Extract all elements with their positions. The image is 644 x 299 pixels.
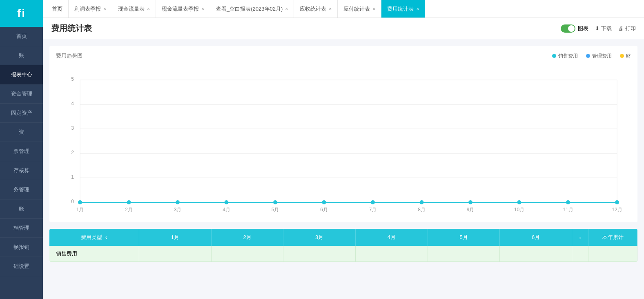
download-icon: ⬇ — [595, 25, 599, 31]
th-m4: 4月 — [356, 229, 428, 246]
svg-text:4: 4 — [71, 101, 74, 106]
sidebar-item-account[interactable]: 账 — [0, 46, 43, 65]
content-area: 费用趋势图 销售费用 管理费用 财 — [43, 39, 644, 299]
sidebar-item-inventory[interactable]: 存核算 — [0, 161, 43, 180]
svg-text:2月: 2月 — [125, 207, 133, 213]
legend-dot-finance — [620, 54, 624, 58]
print-button[interactable]: 🖨 打印 — [618, 25, 636, 32]
chart-toggle[interactable] — [561, 24, 575, 33]
svg-point-19 — [322, 200, 326, 204]
svg-text:4月: 4月 — [223, 207, 230, 213]
download-button[interactable]: ⬇ 下载 — [595, 25, 612, 32]
tab-cashflow[interactable]: 现金流量表 × — [112, 0, 156, 18]
td-m4 — [356, 246, 428, 261]
svg-point-23 — [517, 200, 521, 204]
sidebar-item-fund[interactable]: 资金管理 — [0, 84, 43, 104]
sidebar-item-assets[interactable]: 固定资产 — [0, 104, 43, 123]
tab-close-cashflow-q[interactable]: × — [201, 6, 204, 12]
svg-text:11月: 11月 — [563, 207, 573, 213]
th-m1: 1月 — [139, 229, 212, 246]
tab-close-expense[interactable]: × — [416, 6, 419, 12]
sidebar-item-ledger[interactable]: 账 — [0, 199, 43, 219]
chart-toggle-wrap: 图表 — [561, 24, 588, 33]
header-actions: 图表 ⬇ 下载 🖨 打印 — [561, 24, 636, 33]
print-icon: 🖨 — [618, 25, 624, 31]
svg-point-15 — [127, 200, 131, 204]
th-m6: 6月 — [500, 229, 572, 246]
nav-right-arrow[interactable]: › — [579, 235, 581, 241]
th-m3: 3月 — [283, 229, 356, 246]
svg-text:12月: 12月 — [612, 207, 622, 213]
tab-payable[interactable]: 应付统计表 × — [338, 0, 381, 18]
page-header: 费用统计表 图表 ⬇ 下载 🖨 打印 — [43, 18, 644, 39]
svg-text:3: 3 — [71, 125, 74, 131]
chart-legend: 销售费用 管理费用 财 — [552, 53, 631, 60]
svg-text:7月: 7月 — [369, 207, 377, 213]
tab-home[interactable]: 首页 — [46, 0, 69, 18]
page-title: 费用统计表 — [51, 23, 92, 34]
legend-label-admin: 管理费用 — [592, 53, 612, 60]
legend-finance: 财 — [620, 53, 631, 60]
svg-text:1: 1 — [71, 174, 74, 180]
svg-text:2: 2 — [71, 150, 74, 155]
tab-receivable[interactable]: 应收统计表 × — [294, 0, 338, 18]
td-type: 销售费用 — [49, 246, 139, 261]
tab-close-cashflow[interactable]: × — [147, 6, 150, 12]
sidebar-item-business[interactable]: 务管理 — [0, 180, 43, 199]
tab-close-payable[interactable]: × — [372, 6, 375, 12]
legend-label-finance: 财 — [626, 53, 631, 60]
svg-text:0: 0 — [71, 199, 74, 204]
chart-card: 费用趋势图 销售费用 管理费用 财 — [49, 46, 637, 222]
main-content: 首页 利润表季报 × 现金流量表 × 现金流量表季报 × 查看_空白报表(202… — [43, 0, 644, 299]
svg-point-16 — [176, 200, 180, 204]
th-nav-right[interactable]: › — [572, 229, 588, 246]
th-type-label: 费用类型 — [81, 234, 102, 241]
td-m6 — [500, 246, 572, 261]
sidebar-item-settings[interactable]: 础设置 — [0, 257, 43, 276]
svg-point-17 — [225, 200, 229, 204]
sidebar-item-archive[interactable]: 档管理 — [0, 219, 43, 238]
trend-chart: 5 4 3 2 1 0 — [56, 64, 631, 215]
svg-point-24 — [566, 200, 570, 204]
sidebar-item-report[interactable]: 报表中心 — [0, 65, 43, 84]
svg-point-21 — [420, 200, 424, 204]
td-m1 — [139, 246, 212, 261]
th-m5: 5月 — [428, 229, 500, 246]
svg-text:10月: 10月 — [514, 207, 524, 213]
tab-close-receivable[interactable]: × — [329, 6, 332, 12]
sidebar-item-expense[interactable]: 畅报销 — [0, 238, 43, 257]
data-table: 费用类型 ‹ 1月 2月 3月 4月 5月 6月 › 本年累计 销售费用 — [49, 229, 637, 262]
sidebar-item-res[interactable]: 资 — [0, 123, 43, 142]
sidebar-item-home[interactable]: 首页 — [0, 27, 43, 46]
chart-toggle-label: 图表 — [578, 25, 588, 32]
td-m2 — [212, 246, 284, 261]
tab-close-profit[interactable]: × — [103, 6, 106, 12]
svg-text:6月: 6月 — [320, 207, 328, 213]
nav-left-arrow[interactable]: ‹ — [105, 234, 107, 241]
sidebar-item-ticket[interactable]: 票管理 — [0, 142, 43, 161]
svg-point-25 — [615, 200, 619, 204]
sidebar-logo: fi — [0, 0, 43, 27]
td-nav — [572, 246, 588, 261]
chart-title: 费用趋势图 — [56, 52, 82, 60]
svg-point-18 — [273, 200, 277, 204]
tab-cashflow-q[interactable]: 现金流量表季报 × — [156, 0, 210, 18]
chart-header: 费用趋势图 销售费用 管理费用 财 — [56, 52, 631, 60]
sidebar: fi 首页 账 报表中心 资金管理 固定资产 资 票管理 存核算 务管理 账 档… — [0, 0, 43, 299]
th-total: 本年累计 — [588, 229, 637, 246]
tab-blank[interactable]: 查看_空白报表(2023年02月) × — [210, 0, 294, 18]
svg-text:5月: 5月 — [272, 207, 279, 213]
th-m2: 2月 — [212, 229, 284, 246]
tab-close-blank[interactable]: × — [285, 6, 288, 12]
th-type: 费用类型 ‹ — [49, 229, 139, 246]
tab-expense-active[interactable]: 费用统计表 × — [381, 0, 425, 18]
tab-profit[interactable]: 利润表季报 × — [69, 0, 112, 18]
td-m3 — [283, 246, 356, 261]
svg-text:9月: 9月 — [467, 207, 475, 213]
table-header: 费用类型 ‹ 1月 2月 3月 4月 5月 6月 › 本年累计 — [49, 229, 637, 246]
svg-point-22 — [468, 200, 472, 204]
svg-text:5: 5 — [71, 76, 74, 82]
td-m5 — [428, 246, 500, 261]
tab-bar: 首页 利润表季报 × 现金流量表 × 现金流量表季报 × 查看_空白报表(202… — [43, 0, 644, 18]
legend-label-sales: 销售费用 — [558, 53, 578, 60]
